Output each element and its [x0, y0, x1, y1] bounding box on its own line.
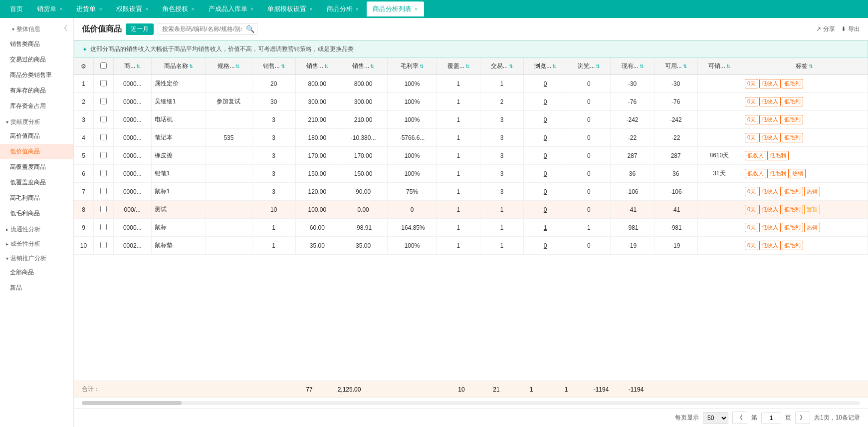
nav-tab-sales[interactable]: 销货单 ×	[31, 1, 68, 16]
sidebar-item-traded[interactable]: 交易过的商品	[0, 52, 73, 67]
row-name: 测试	[151, 201, 206, 219]
export-button[interactable]: ⬇ 导出	[841, 25, 860, 33]
row-checkbox[interactable]	[94, 219, 114, 237]
row-select-checkbox[interactable]	[100, 152, 107, 158]
row-select-checkbox[interactable]	[100, 242, 107, 248]
row-sales2: 60.00	[295, 219, 339, 237]
row-checkbox[interactable]	[94, 111, 114, 129]
nav-tab-purchase[interactable]: 进货单 ×	[70, 1, 108, 16]
row-code: 0000...	[113, 219, 151, 237]
row-index: 9	[74, 219, 94, 237]
row-select-checkbox[interactable]	[100, 188, 107, 194]
prev-page-button[interactable]: 《	[732, 412, 747, 424]
sidebar-item-in-stock[interactable]: 有库存的商品	[0, 83, 73, 98]
close-icon[interactable]: ×	[356, 6, 359, 12]
row-select-checkbox[interactable]	[100, 116, 107, 122]
row-browse1[interactable]: 0	[524, 129, 567, 147]
sidebar-item-low-coverage[interactable]: 低覆盖度商品	[0, 175, 73, 190]
page-title: 低价值商品	[82, 24, 122, 34]
sidebar-section-growth[interactable]: ▸ 成长性分析	[0, 236, 73, 250]
row-name: 吴细细1	[151, 93, 206, 111]
close-icon[interactable]: ×	[250, 6, 253, 12]
row-checkbox[interactable]	[94, 147, 114, 165]
nav-tab-product[interactable]: 产成品入库单 ×	[203, 1, 259, 16]
close-icon[interactable]: ×	[191, 6, 194, 12]
row-browse1[interactable]: 0	[524, 75, 567, 93]
row-checkbox[interactable]	[94, 129, 114, 147]
row-checkbox[interactable]	[94, 237, 114, 255]
sidebar-item-inventory-capital[interactable]: 库存资金占用	[0, 98, 73, 114]
sidebar-item-category-rate[interactable]: 商品分类销售率	[0, 67, 73, 83]
select-all-checkbox[interactable]	[100, 62, 107, 69]
row-index: 6	[74, 165, 94, 183]
row-checkbox[interactable]	[94, 93, 114, 111]
row-browse1[interactable]: 0	[524, 111, 567, 129]
per-page-select[interactable]: 50 100	[703, 412, 728, 424]
sidebar-item-new-products[interactable]: 新品	[0, 280, 73, 296]
row-name: 鼠标垫	[151, 237, 206, 255]
row-browse1[interactable]: 0	[524, 165, 567, 183]
row-index: 7	[74, 183, 94, 201]
nav-tab-role[interactable]: 角色授权 ×	[156, 1, 200, 16]
share-button[interactable]: ↗ 分享	[816, 25, 835, 33]
sidebar-item-low-profit[interactable]: 低毛利商品	[0, 206, 73, 221]
row-select-checkbox[interactable]	[100, 224, 107, 230]
tag-badge: 低毛利	[782, 223, 803, 232]
period-button[interactable]: 近一月	[126, 23, 154, 35]
row-select-checkbox[interactable]	[100, 80, 107, 86]
row-checkbox[interactable]	[94, 165, 114, 183]
col-settings[interactable]: ⚙	[74, 58, 94, 75]
footer-trade: 21	[479, 386, 514, 393]
row-sales1: 1	[252, 237, 295, 255]
row-sales1: 10	[252, 201, 295, 219]
sidebar-item-low-value[interactable]: 低价值商品	[0, 144, 73, 159]
row-browse1[interactable]: 0	[524, 183, 567, 201]
row-index: 2	[74, 93, 94, 111]
sidebar-section-circulation[interactable]: ▸ 流通性分析	[0, 221, 73, 236]
nav-tab-analysis[interactable]: 商品分析 ×	[321, 1, 365, 16]
close-icon[interactable]: ×	[99, 6, 102, 12]
next-page-button[interactable]: 》	[795, 412, 810, 424]
row-name: 笔记本	[151, 129, 206, 147]
row-saleable	[697, 93, 741, 111]
close-icon[interactable]: ×	[415, 6, 418, 12]
nav-tab-analysis-list[interactable]: 商品分析列表 ×	[367, 1, 424, 16]
col-saleable: 可销...⇅	[697, 58, 741, 75]
row-select-checkbox[interactable]	[100, 134, 107, 140]
row-spec	[206, 75, 252, 93]
search-input[interactable]	[158, 23, 257, 35]
page-number-input[interactable]	[761, 413, 781, 424]
row-browse1[interactable]: 1	[524, 219, 567, 237]
row-browse1[interactable]: 0	[524, 201, 567, 219]
row-checkbox[interactable]	[94, 183, 114, 201]
nav-tab-home[interactable]: 首页	[4, 1, 29, 16]
row-sales2: 120.00	[295, 183, 339, 201]
row-browse1[interactable]: 0	[524, 147, 567, 165]
row-tags: 0天低收入低毛利置顶	[741, 201, 868, 219]
row-code: 0000...	[113, 75, 151, 93]
close-icon[interactable]: ×	[309, 6, 312, 12]
sidebar-item-high-profit[interactable]: 高毛利商品	[0, 190, 73, 206]
row-browse1[interactable]: 0	[524, 237, 567, 255]
sidebar-item-high-value[interactable]: 高价值商品	[0, 128, 73, 144]
col-current: 现有...⇅	[611, 58, 654, 75]
col-margin: 毛利率⇅	[388, 58, 436, 75]
row-checkbox[interactable]	[94, 201, 114, 219]
row-select-checkbox[interactable]	[100, 170, 107, 176]
search-icon[interactable]: 🔍	[246, 25, 254, 33]
sidebar-collapse-btn[interactable]: 《	[57, 23, 70, 34]
row-select-checkbox[interactable]	[100, 206, 107, 212]
row-browse1[interactable]: 0	[524, 93, 567, 111]
close-icon[interactable]: ×	[145, 6, 148, 12]
nav-tab-template[interactable]: 单据模板设置 ×	[261, 1, 318, 16]
row-browse2: 0	[567, 201, 611, 219]
nav-tab-permission[interactable]: 权限设置 ×	[110, 1, 154, 16]
close-icon[interactable]: ×	[59, 6, 62, 12]
sidebar-item-high-coverage[interactable]: 高覆盖度商品	[0, 159, 73, 175]
table-wrapper: ⚙ 商...⇅ 商品名称⇅ 规格...⇅ 销售...⇅ 销售...⇅ 销售...…	[74, 58, 868, 381]
row-available: -76	[654, 93, 697, 111]
sidebar-item-all-products[interactable]: 全部商品	[0, 265, 73, 280]
row-checkbox[interactable]	[94, 75, 114, 93]
row-select-checkbox[interactable]	[100, 98, 107, 104]
sidebar-item-sales-products[interactable]: 销售类商品	[0, 36, 73, 52]
